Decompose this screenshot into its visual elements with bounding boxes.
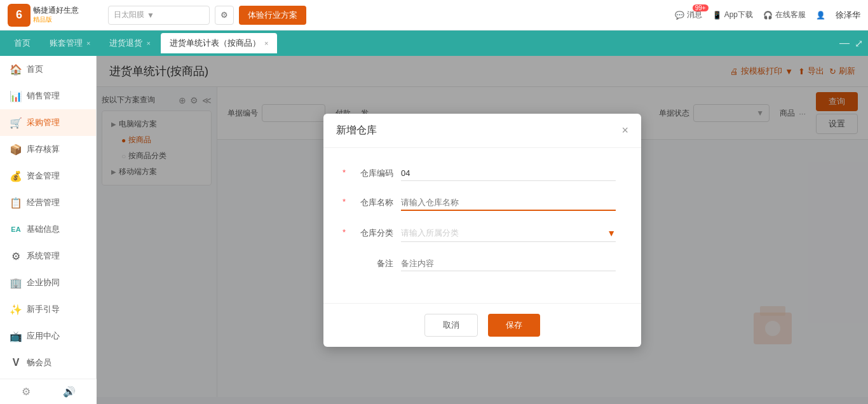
tab-purchase-return-label: 进货退货 [109, 37, 142, 49]
search-input-area[interactable]: 日太阳膜 ▼ [108, 6, 210, 25]
sidebar-item-operation-label: 经营管理 [27, 197, 60, 208]
tab-accounts[interactable]: 账套管理 × [41, 33, 99, 53]
category-label: 仓库分类 [349, 227, 393, 239]
guide-icon: ✨ [10, 304, 22, 315]
name-input[interactable] [401, 195, 616, 211]
sidebar-item-system[interactable]: ⚙ 系统管理 [0, 243, 96, 269]
sidebar-item-inventory[interactable]: 📦 库存核算 [0, 136, 96, 163]
message-button[interactable]: 💬 消息 99+ [675, 10, 702, 20]
mobile-icon: 📱 [712, 11, 722, 20]
apps-icon: 📺 [10, 330, 22, 342]
tab-purchase-stats-label: 进货单统计表（按商品） [170, 37, 261, 49]
cancel-button[interactable]: 取消 [424, 314, 478, 337]
content-area: 进货单统计(按商品) 🖨 按模板打印 ▼ ⬆ 导出 ↻ 刷新 [97, 56, 868, 404]
settings-button[interactable]: ⚙ [215, 6, 234, 25]
enterprise-icon: 🏢 [10, 277, 22, 288]
tab-purchase-stats-close[interactable]: × [264, 39, 268, 47]
sidebar-item-purchase[interactable]: 🛒 采购管理 [0, 109, 96, 136]
form-row-code: 仓库编码 [349, 166, 616, 181]
logo-area: 6 畅捷通好生意 精品版 [8, 4, 103, 27]
user-name[interactable]: 徐泽华 [836, 10, 860, 21]
remark-label: 备注 [349, 258, 393, 269]
dropdown-icon: ▼ [147, 11, 154, 20]
main-layout: 🏠 首页 📊 销售管理 🛒 采购管理 📦 库存核算 💰 资金管理 📋 经营管理 … [0, 56, 868, 404]
online-service-button[interactable]: 🎧 在线客服 [763, 10, 806, 20]
sidebar-item-member-label: 畅会员 [27, 357, 51, 368]
inventory-icon: 📦 [10, 144, 22, 155]
tab-accounts-close[interactable]: × [86, 39, 90, 47]
remark-input[interactable] [401, 256, 616, 271]
sidebar-item-guide-label: 新手引导 [27, 304, 60, 315]
sidebar-item-apps-label: 应用中心 [27, 330, 60, 342]
operation-icon: 📋 [10, 197, 22, 208]
modal-body: 仓库编码 仓库名称 仓库分类 请输入所属分类 ▼ [323, 148, 641, 303]
notif-badge: 99+ [693, 4, 709, 11]
sidebar-item-sales-label: 销售管理 [27, 90, 60, 102]
basic-info-icon: EA [10, 224, 22, 235]
form-row-name: 仓库名称 [349, 195, 616, 211]
sidebar-item-apps[interactable]: 📺 应用中心 [0, 323, 96, 349]
message-icon: 💬 [675, 11, 684, 20]
nav-tabs: 首页 账套管理 × 进货退货 × 进货单统计表（按商品） × — ⤢ [0, 30, 868, 56]
modal-footer: 取消 保存 [323, 303, 641, 347]
sidebar-item-finance-label: 资金管理 [27, 170, 60, 182]
tab-expand-button[interactable]: ⤢ [855, 37, 863, 50]
form-row-category: 仓库分类 请输入所属分类 ▼ [349, 225, 616, 242]
sidebar: 🏠 首页 📊 销售管理 🛒 采购管理 📦 库存核算 💰 资金管理 📋 经营管理 … [0, 56, 97, 404]
sidebar-item-sales[interactable]: 📊 销售管理 [0, 83, 96, 109]
tab-home[interactable]: 首页 [5, 33, 39, 53]
tab-accounts-label: 账套管理 [50, 37, 83, 49]
home-icon: 🏠 [10, 64, 22, 75]
member-icon: V [10, 357, 22, 368]
code-label: 仓库编码 [349, 168, 393, 179]
sidebar-collapse-button[interactable]: ⚙ [22, 386, 31, 398]
sidebar-item-purchase-label: 采购管理 [27, 117, 60, 128]
purchase-icon: 🛒 [10, 117, 22, 128]
sidebar-item-inventory-label: 库存核算 [27, 144, 60, 155]
sidebar-item-home[interactable]: 🏠 首页 [0, 56, 96, 83]
tab-home-label: 首页 [14, 37, 31, 49]
sidebar-item-operation[interactable]: 📋 经营管理 [0, 189, 96, 216]
sidebar-item-home-label: 首页 [27, 64, 43, 75]
sidebar-item-enterprise-label: 企业协同 [27, 277, 60, 288]
modal-title: 新增仓库 [336, 124, 377, 137]
user-avatar: 👤 [816, 11, 825, 20]
sidebar-audio-button[interactable]: 🔊 [63, 386, 76, 398]
modal-overlay: 新增仓库 × 仓库编码 仓库名称 仓库分类 请输入 [97, 56, 868, 404]
name-label: 仓库名称 [349, 197, 393, 208]
headset-icon: 🎧 [763, 11, 773, 20]
code-input[interactable] [401, 166, 616, 181]
sidebar-item-finance[interactable]: 💰 资金管理 [0, 163, 96, 189]
logo-text-block: 畅捷通好生意 精品版 [33, 6, 79, 25]
logo-text: 畅捷通好生意 [33, 6, 79, 16]
logo-icon: 6 [8, 4, 31, 27]
modal-close-button[interactable]: × [621, 124, 628, 137]
form-row-remark: 备注 [349, 256, 616, 271]
sidebar-bottom-bar: ⚙ 🔊 [0, 379, 97, 404]
avatar-icon: 👤 [816, 11, 825, 20]
sidebar-item-guide[interactable]: ✨ 新手引导 [0, 296, 96, 323]
sidebar-item-system-label: 系统管理 [27, 250, 60, 262]
tab-minimize-button[interactable]: — [839, 37, 850, 50]
search-value: 日太阳膜 [114, 10, 144, 20]
topbar-right: 💬 消息 99+ 📱 App下载 🎧 在线客服 👤 徐泽华 [675, 10, 860, 21]
sidebar-item-enterprise[interactable]: 🏢 企业协同 [0, 269, 96, 296]
modal-header: 新增仓库 × [323, 114, 641, 148]
sidebar-item-basic-info-label: 基础信息 [27, 224, 60, 235]
system-icon: ⚙ [10, 250, 22, 262]
app-download-button[interactable]: 📱 App下载 [712, 10, 753, 20]
trial-button[interactable]: 体验行业方案 [239, 6, 306, 25]
category-arrow-icon: ▼ [607, 228, 616, 238]
category-placeholder: 请输入所属分类 [401, 227, 459, 239]
category-select[interactable]: 请输入所属分类 ▼ [401, 225, 616, 242]
new-warehouse-modal: 新增仓库 × 仓库编码 仓库名称 仓库分类 请输入 [323, 114, 641, 347]
finance-icon: 💰 [10, 170, 22, 182]
tab-purchase-return-close[interactable]: × [146, 39, 150, 47]
tab-purchase-stats[interactable]: 进货单统计表（按商品） × [161, 33, 277, 53]
sidebar-item-basic-info[interactable]: EA 基础信息 [0, 216, 96, 243]
topbar: 6 畅捷通好生意 精品版 日太阳膜 ▼ ⚙ 体验行业方案 💬 消息 99+ 📱 … [0, 0, 868, 30]
sidebar-item-member[interactable]: V 畅会员 [0, 349, 96, 376]
save-button[interactable]: 保存 [488, 314, 540, 337]
sales-icon: 📊 [10, 90, 22, 102]
tab-purchase-return[interactable]: 进货退货 × [100, 33, 159, 53]
